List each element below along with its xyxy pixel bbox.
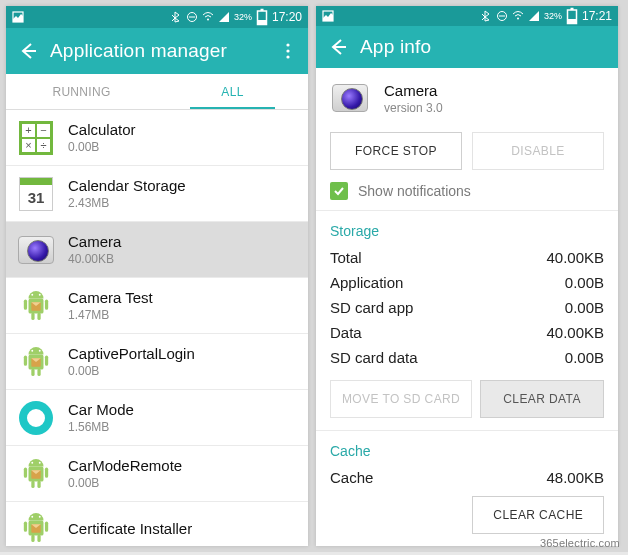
- storage-row: Total40.00KB: [316, 245, 618, 270]
- app-row[interactable]: Car Mode1.56MB: [6, 390, 308, 446]
- force-stop-button[interactable]: FORCE STOP: [330, 132, 462, 170]
- calculator-icon: +−×÷: [18, 120, 54, 156]
- checkbox-checked-icon: [330, 182, 348, 200]
- svg-rect-48: [567, 19, 576, 24]
- tab-all[interactable]: ALL: [157, 74, 308, 109]
- action-bar: Application manager: [6, 28, 308, 74]
- app-size: 40.00KB: [68, 252, 121, 266]
- show-notifications-row[interactable]: Show notifications: [316, 180, 618, 211]
- app-name: Calculator: [68, 121, 136, 138]
- storage-label: Total: [330, 249, 362, 266]
- wifi-icon: [512, 10, 524, 22]
- app-version: version 3.0: [384, 101, 443, 115]
- svg-rect-38: [31, 535, 34, 543]
- tab-label: ALL: [221, 85, 243, 99]
- overflow-menu-button[interactable]: [278, 43, 298, 59]
- screenshot-saved-icon: [12, 11, 24, 23]
- storage-value: 0.00B: [565, 299, 604, 316]
- app-row[interactable]: Certificate Installer: [6, 502, 308, 546]
- app-list[interactable]: +−×÷Calculator0.00B31Calendar Storage2.4…: [6, 110, 308, 546]
- clock-text: 17:21: [582, 9, 612, 23]
- status-bar: 32% 17:21: [316, 6, 618, 26]
- app-size: 0.00B: [68, 476, 182, 490]
- app-row[interactable]: +−×÷Calculator0.00B: [6, 110, 308, 166]
- tab-running[interactable]: RUNNING: [6, 74, 157, 109]
- svg-rect-12: [24, 299, 27, 309]
- svg-point-10: [286, 55, 289, 58]
- svg-rect-37: [45, 521, 48, 531]
- storage-rows: Total40.00KBApplication0.00BSD card app0…: [316, 245, 618, 370]
- svg-rect-5: [257, 20, 266, 25]
- back-button[interactable]: [326, 37, 350, 57]
- app-row[interactable]: CarModeRemote0.00B: [6, 446, 308, 502]
- action-bar: App info: [316, 26, 618, 68]
- svg-rect-36: [24, 521, 27, 531]
- clear-cache-button[interactable]: CLEAR CACHE: [472, 496, 604, 534]
- app-name: Calendar Storage: [68, 177, 186, 194]
- svg-rect-31: [37, 480, 40, 488]
- svg-point-16: [31, 293, 33, 295]
- svg-rect-13: [45, 299, 48, 309]
- storage-label: SD card app: [330, 299, 413, 316]
- show-notifications-label: Show notifications: [358, 183, 471, 199]
- svg-rect-20: [24, 355, 27, 365]
- storage-value: 40.00KB: [546, 324, 604, 341]
- clear-data-button[interactable]: CLEAR DATA: [480, 380, 604, 418]
- storage-value: 40.00KB: [546, 249, 604, 266]
- svg-point-17: [39, 293, 41, 295]
- status-bar: 32% 17:20: [6, 6, 308, 28]
- tab-label: RUNNING: [52, 85, 110, 99]
- storage-section-title: Storage: [316, 211, 618, 245]
- action-buttons: FORCE STOP DISABLE: [316, 124, 618, 180]
- signal-icon: [528, 10, 540, 22]
- storage-row: SD card app0.00B: [316, 295, 618, 320]
- signal-icon: [218, 11, 230, 23]
- camera-icon: [330, 78, 370, 118]
- svg-point-9: [286, 49, 289, 52]
- app-row[interactable]: 31Calendar Storage2.43MB: [6, 166, 308, 222]
- storage-label: SD card data: [330, 349, 418, 366]
- storage-label: Data: [330, 324, 362, 341]
- back-button[interactable]: [16, 41, 40, 61]
- android-icon: [18, 510, 54, 546]
- steering-wheel-icon: [18, 400, 54, 436]
- app-row[interactable]: Camera Test1.47MB: [6, 278, 308, 334]
- svg-point-3: [207, 19, 209, 21]
- app-row[interactable]: CaptivePortalLogin0.00B: [6, 334, 308, 390]
- battery-text: 32%: [234, 12, 252, 22]
- svg-rect-28: [24, 467, 27, 477]
- app-name: Camera: [384, 82, 443, 99]
- android-icon: [18, 456, 54, 492]
- battery-text: 32%: [544, 11, 562, 21]
- svg-point-24: [31, 349, 33, 351]
- app-size: 1.47MB: [68, 308, 153, 322]
- cache-row: Cache 48.00KB: [316, 465, 618, 490]
- app-name: Certificate Installer: [68, 520, 192, 537]
- app-size: 0.00B: [68, 140, 136, 154]
- battery-icon: [566, 10, 578, 22]
- storage-row: SD card data0.00B: [316, 345, 618, 370]
- clock-text: 17:20: [272, 10, 302, 24]
- app-header: Camera version 3.0: [316, 68, 618, 124]
- app-name: CaptivePortalLogin: [68, 345, 195, 362]
- svg-point-46: [517, 18, 519, 20]
- storage-value: 0.00B: [565, 349, 604, 366]
- page-title: Application manager: [40, 40, 278, 62]
- cache-label: Cache: [330, 469, 373, 486]
- svg-rect-29: [45, 467, 48, 477]
- android-icon: [18, 288, 54, 324]
- app-size: 2.43MB: [68, 196, 186, 210]
- app-row[interactable]: Camera40.00KB: [6, 222, 308, 278]
- svg-point-25: [39, 349, 41, 351]
- storage-row: Application0.00B: [316, 270, 618, 295]
- screenshot-saved-icon: [322, 10, 334, 22]
- svg-rect-22: [31, 368, 34, 376]
- svg-rect-6: [260, 9, 263, 11]
- storage-row: Data40.00KB: [316, 320, 618, 345]
- bluetooth-icon: [170, 11, 182, 23]
- svg-rect-14: [31, 312, 34, 320]
- wifi-icon: [202, 11, 214, 23]
- app-name: CarModeRemote: [68, 457, 182, 474]
- svg-rect-23: [37, 368, 40, 376]
- move-to-sd-button: MOVE TO SD CARD: [330, 380, 472, 418]
